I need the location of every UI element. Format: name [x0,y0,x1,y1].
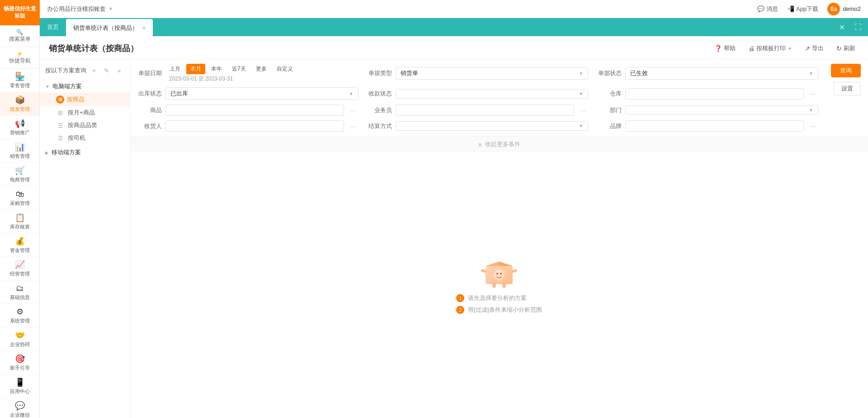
settle-select[interactable]: ▼ [396,121,589,131]
filter-recipient-field: 收货人 ··· [137,120,359,132]
filter-row4: 收货人 ··· 结算方式 ▼ [137,120,818,132]
date-custom[interactable]: 自定义 [273,64,297,74]
salesperson-dots-icon[interactable]: ··· [578,106,589,115]
sidebar-item-appstore[interactable]: 📱 应用中心 [0,375,39,398]
sidebar-item-purchase[interactable]: 🛍 采购管理 [0,186,39,210]
svg-rect-6 [492,283,496,288]
scheme-item-by-goods-category[interactable]: ☰ 按商品品类 [40,119,130,132]
sidebar-item-retail[interactable]: 🏪 零售管理 [0,69,39,92]
type-value: 销货单 [401,69,576,77]
filter-dept-field: 部门 ▼ [597,105,818,115]
window-minimize-button[interactable]: ✕ [835,21,848,33]
by-goods-category-icon: ☰ [58,122,65,129]
sidebar-item-marketing[interactable]: 📢 营销推广 [0,116,39,139]
refresh-button[interactable]: ↻ 刷新 [833,43,859,54]
app-label: App下载 [796,5,818,13]
app-download-button[interactable]: 📲 App下载 [787,5,818,13]
account-selector[interactable]: 办公用品行业模拟账套 ▼ [47,5,113,13]
brand-input[interactable] [625,120,804,132]
sidebar-item-newuser-label: 新手引导 [10,365,30,371]
main-area: 办公用品行业模拟账套 ▼ 💬 消息 📲 App下载 Ea demo2 首页 [40,0,868,418]
collapse-conditions-button[interactable]: ∧ 收起更多条件 [130,136,868,152]
empty-illustration [476,252,522,289]
brand-dots-icon[interactable]: ··· [807,122,818,131]
tab-close-icon[interactable]: × [142,25,146,31]
purchase-icon: 🛍 [16,190,24,199]
settings-button[interactable]: 设置 [834,82,861,95]
status-chevron-icon: ▼ [809,71,813,76]
sidebar-item-sales-label: 销售管理 [10,153,30,159]
scheme-group-mobile: ▶ 移动端方案 [40,146,130,161]
sidebar-item-newuser[interactable]: 🎯 新手引导 [0,351,39,375]
date-more[interactable]: 更多 [252,64,271,74]
date-last-month[interactable]: 上月 [165,64,184,74]
sidebar-item-enterprise[interactable]: 🤝 企业协同 [0,328,39,351]
tab-sales-stat[interactable]: 销货单统计表（按商品） × [66,19,153,37]
filter-row1-wrapper: 单据日期 上月 本月 本年 近7天 更多 自定义 [130,59,868,136]
sidebar-item-sales[interactable]: 📊 销售管理 [0,139,39,163]
template-print-button[interactable]: 🖨 按模板打印 ▼ [745,43,796,54]
scheme-item-by-month-goods[interactable]: ⊞ 按月+商品 [40,106,130,119]
scheme-group-pc-header[interactable]: ▼ 电脑端方案 [40,80,130,93]
goods-input[interactable] [165,104,344,116]
salesperson-input[interactable] [396,104,574,116]
recipient-dots-icon[interactable]: ··· [348,122,359,131]
date-this-year[interactable]: 本年 [207,64,226,74]
user-menu[interactable]: Ea demo2 [827,3,861,15]
recipient-input[interactable] [165,120,344,132]
sidebar-item-operation-label: 经营管理 [10,271,30,277]
warehouse-dots-icon[interactable]: ··· [807,89,818,98]
newuser-icon: 🎯 [15,354,25,364]
type-select[interactable]: 销货单 ▼ [396,67,589,80]
sidebar-item-finance[interactable]: 💰 资金管理 [0,233,39,257]
receipt-label: 收款状态 [368,90,392,98]
finance-icon: 💰 [15,236,25,246]
retail-icon: 🏪 [15,71,25,81]
sidebar-search[interactable]: 🔍 搜索菜单 [0,25,39,47]
sidebar-item-ecommerce[interactable]: 🛒 电商管理 [0,163,39,186]
scheme-group-mobile-header[interactable]: ▶ 移动端方案 [40,146,130,159]
recipient-label: 收货人 [137,122,162,130]
scheme-item-by-goods[interactable]: 按 按商品 [40,93,130,106]
sidebar-quicknav[interactable]: ⚡ 快捷导航 [0,47,39,69]
sidebar-item-system[interactable]: ⚙ 系统管理 [0,304,39,328]
by-goods-category-label: 按商品品类 [68,121,97,129]
window-maximize-button[interactable]: ⛶ [852,21,864,33]
sidebar-item-operation[interactable]: 📈 经营管理 [0,257,39,280]
query-button[interactable]: 查询 [831,64,861,77]
wechat-icon: 💬 [15,401,25,411]
scheme-edit-button[interactable]: ✎ [102,66,112,76]
help-icon: ❓ [714,45,722,52]
message-icon: 💬 [757,5,764,12]
sidebar-item-basic[interactable]: 🗂 基础信息 [0,280,39,304]
mobile-group-arrow-icon: ▶ [45,150,49,155]
message-button[interactable]: 💬 消息 [757,5,778,13]
status-select[interactable]: 已生效 ▼ [625,67,818,80]
filter-stock-out-field: 出库状态 已出库 ▼ [137,87,359,100]
stock-out-select[interactable]: 已出库 ▼ [165,87,359,100]
sidebar-item-wholesale[interactable]: 📦 批发管理 [0,92,39,116]
export-button[interactable]: ↗ 导出 [801,43,827,54]
scheme-add-button[interactable]: + [89,66,99,76]
sidebar-item-retail-label: 零售管理 [10,82,30,89]
dept-select[interactable]: ▼ [625,105,818,115]
filter-receipt-field: 收款状态 ▼ [368,89,589,99]
sidebar-item-wechat[interactable]: 💬 企业微信 [0,398,39,418]
sidebar-logo: 畅捷信好生意 标版 [0,0,40,25]
scheme-item-by-cashier[interactable]: ☰ 按司机 [40,132,130,144]
sidebar-item-inventory[interactable]: 📋 库存核算 [0,210,39,233]
receipt-select[interactable]: ▼ [396,89,589,99]
warehouse-input[interactable] [625,88,804,100]
date-last-7-days[interactable]: 近7天 [228,64,250,74]
help-button[interactable]: ❓ 帮助 [711,43,739,54]
by-goods-label: 按商品 [67,95,85,104]
sidebar-logo-text: 畅捷信好生意 [4,5,36,13]
goods-dots-icon[interactable]: ··· [348,106,359,115]
account-name: 办公用品行业模拟账套 [47,5,106,13]
tab-home[interactable]: 首页 [40,18,66,36]
sidebar-logo-subtext: 标版 [14,13,25,20]
date-this-month[interactable]: 本月 [186,64,205,74]
scheme-collapse-button[interactable]: « [114,66,124,76]
wholesale-icon: 📦 [15,95,25,105]
date-range-text: 2023-03-01 至 2023-03-31 [169,75,359,83]
